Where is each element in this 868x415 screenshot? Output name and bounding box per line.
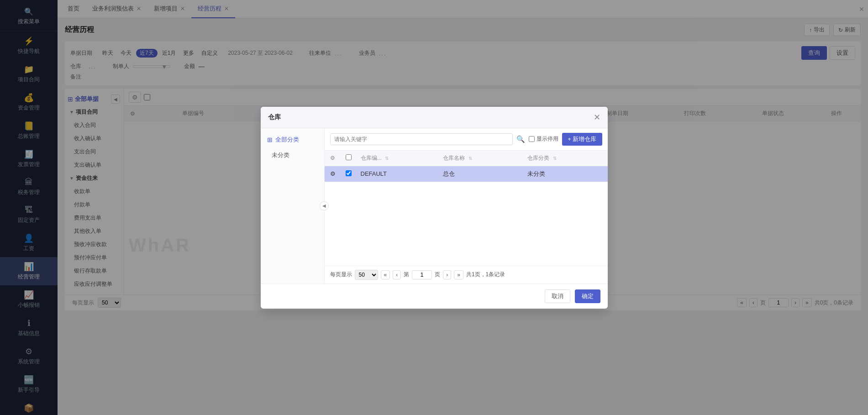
row-settings-cell: ⚙ (325, 166, 341, 182)
dialog-table: ⚙ 仓库编... ⇅ 仓库名称 ⇅ (325, 151, 608, 266)
dialog-page-input[interactable] (412, 270, 432, 279)
th-code: 仓库编... ⇅ (356, 151, 439, 166)
dialog-left-collapse-btn[interactable]: ◀ (320, 201, 329, 210)
dialog-close-btn[interactable]: ✕ (594, 112, 600, 122)
dialog-actions: 取消 确定 (261, 284, 608, 309)
dialog-first-page-btn[interactable]: « (381, 270, 390, 279)
dialog-right-panel: 🔍 显示停用 + 新增仓库 ⚙ (325, 128, 608, 284)
dialog-search-input[interactable] (330, 133, 513, 145)
table-row[interactable]: ⚙ DEFAULT 总仓 未分类 (325, 166, 608, 182)
dialog-per-page-label: 每页显示 (330, 271, 352, 278)
dialog-left-panel: ⊞ 全部分类 未分类 ◀ (261, 128, 325, 284)
dialog-next-page-btn[interactable]: › (443, 270, 451, 279)
dialog-left-uncategorized[interactable]: 未分类 (261, 147, 324, 163)
dialog-toolbar: 🔍 显示停用 + 新增仓库 (325, 128, 608, 151)
dialog-select-all[interactable] (346, 154, 352, 160)
dialog-last-page-btn[interactable]: » (454, 270, 463, 279)
dialog-title: 仓库 (268, 113, 281, 121)
sort-icon-name: ⇅ (468, 156, 472, 161)
row-checkbox[interactable] (346, 170, 352, 176)
show-disabled-checkbox-label[interactable]: 显示停用 (529, 135, 558, 143)
dialog-pagination: 每页显示 50 20 100 « ‹ 第 页 › » 共1页，1条记录 (325, 266, 608, 284)
warehouse-dialog: 仓库 ✕ ⊞ 全部分类 未分类 ◀ (261, 107, 608, 309)
dialog-total-records: 共1页，1条记录 (466, 271, 505, 278)
sort-icon-code: ⇅ (385, 156, 389, 161)
dialog-search-btn[interactable]: 🔍 (516, 135, 525, 143)
row-category-cell: 未分类 (523, 166, 607, 182)
th-settings: ⚙ (325, 151, 341, 166)
dialog-per-page-select[interactable]: 50 20 100 (355, 270, 378, 280)
grid-icon: ⊞ (267, 136, 273, 143)
dialog-header: 仓库 ✕ (261, 107, 608, 128)
th-checkbox (341, 151, 356, 166)
confirm-button[interactable]: 确定 (575, 289, 600, 303)
row-code-cell: DEFAULT (356, 166, 439, 182)
dialog-page-unit: 页 (435, 271, 440, 278)
dialog-left-all-category[interactable]: ⊞ 全部分类 (261, 132, 324, 147)
row-name-cell: 总仓 (438, 166, 523, 182)
th-name: 仓库名称 ⇅ (438, 151, 523, 166)
dialog-page-label: 第 (404, 271, 409, 278)
cancel-button[interactable]: 取消 (545, 289, 570, 303)
th-category: 仓库分类 ⇅ (523, 151, 607, 166)
dialog-prev-page-btn[interactable]: ‹ (393, 270, 401, 279)
show-disabled-checkbox[interactable] (529, 136, 535, 142)
dialog-body: ⊞ 全部分类 未分类 ◀ 🔍 显示停用 (261, 128, 608, 284)
add-warehouse-btn[interactable]: + 新增仓库 (562, 133, 602, 146)
row-checkbox-cell (341, 166, 356, 182)
sort-icon-category: ⇅ (553, 156, 557, 161)
dialog-overlay: 仓库 ✕ ⊞ 全部分类 未分类 ◀ (0, 0, 868, 415)
